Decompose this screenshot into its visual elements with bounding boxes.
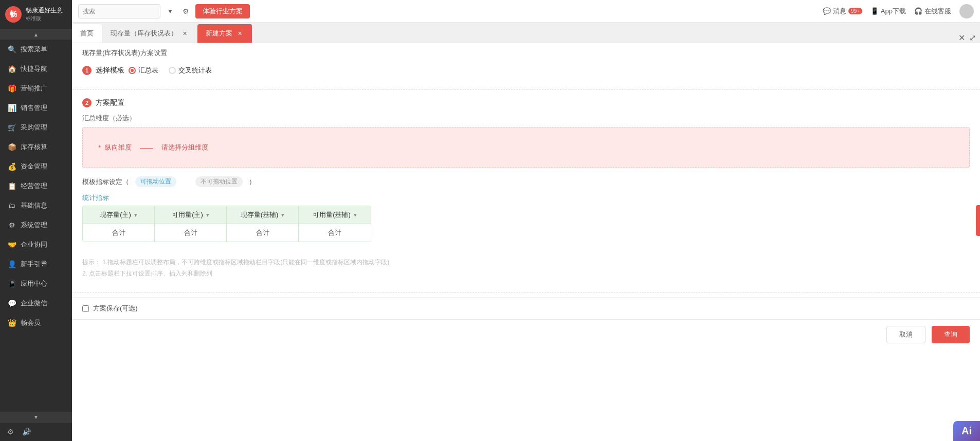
- sidebar-item-marketing[interactable]: 🎁 营销推广: [0, 79, 72, 98]
- stats-table: 现存量(主) ▾ 可用量(主) ▾ 现存量(基辅) ▾ 可用量(基辅): [82, 206, 371, 242]
- col0-chevron-icon[interactable]: ▾: [134, 212, 137, 218]
- sidebar-item-purchase[interactable]: 🛒 采购管理: [0, 118, 72, 137]
- stats-col-1[interactable]: 可用量(主) ▾: [155, 206, 227, 224]
- industry-btn[interactable]: 体验行业方案: [195, 4, 250, 19]
- sidebar-item-label: 企业微信: [21, 299, 47, 308]
- sidebar-item-enterprise-wechat[interactable]: 💬 企业微信: [0, 293, 72, 313]
- stats-col-0-label: 现存量(主): [100, 210, 131, 219]
- non-draggable-chip: 不可拖动位置: [195, 176, 243, 187]
- dimension-area[interactable]: * 纵向维度 —— 请选择分组维度: [82, 127, 970, 168]
- tab-inventory-label: 现存量（库存状况表）: [111, 29, 177, 38]
- sidebar-item-basic-info[interactable]: 🗂 基础信息: [0, 196, 72, 215]
- sidebar-item-inventory[interactable]: 📦 库存核算: [0, 137, 72, 157]
- sidebar-item-search[interactable]: 🔍 搜索菜单: [0, 40, 72, 59]
- gift-icon: 🎁: [7, 84, 16, 93]
- col1-chevron-icon[interactable]: ▾: [206, 212, 209, 218]
- dropdown-icon[interactable]: ▼: [165, 6, 176, 17]
- step2-section: 2 方案配置 汇总维度（必选） * 纵向维度 —— 请选择分组维度 模板指标设定…: [72, 94, 980, 288]
- topbar: ▼ ⚙ 体验行业方案 💬 消息 99+ 📱 App下载 🎧 在线客服: [72, 0, 980, 23]
- sidebar-item-quick-nav[interactable]: 🏠 快捷导航: [0, 59, 72, 79]
- app-download-label: App下载: [881, 7, 906, 16]
- sidebar-scroll-up[interactable]: ▲: [0, 29, 72, 40]
- stats-col-2-label: 现存量(基辅): [241, 210, 279, 219]
- online-support-btn[interactable]: 🎧 在线客服: [914, 7, 951, 16]
- divider2: [72, 292, 980, 293]
- search-input[interactable]: [78, 4, 160, 19]
- stats-col-2[interactable]: 现存量(基辅) ▾: [227, 206, 299, 224]
- query-button[interactable]: 查询: [932, 326, 970, 343]
- messages-btn[interactable]: 💬 消息 99+: [823, 7, 862, 16]
- sidebar-item-label: 畅会员: [21, 318, 41, 327]
- tab-new-plan[interactable]: 新建方案 ✕: [197, 24, 252, 43]
- cancel-button[interactable]: 取消: [886, 326, 925, 343]
- indicator-settings-label: 模板指标设定（: [82, 177, 129, 187]
- app-download-btn[interactable]: 📱 App下载: [870, 7, 906, 16]
- sidebar-item-new-user[interactable]: 👤 新手引导: [0, 254, 72, 274]
- sidebar-scroll-down[interactable]: ▼: [0, 412, 72, 422]
- stats-section: 统计指标 现存量(主) ▾ 可用量(主) ▾ 现存量(基辅): [82, 193, 970, 244]
- template-radio-group: 汇总表 交叉统计表: [129, 66, 212, 75]
- indicator-settings-suffix: [183, 177, 189, 187]
- close-window-icon[interactable]: ✕: [958, 33, 965, 43]
- mobile-icon: 📱: [7, 279, 16, 288]
- stats-section-label: 统计指标: [82, 193, 970, 203]
- app-edition: 标准版: [26, 15, 63, 22]
- sidebar-item-label: 应用中心: [21, 279, 47, 288]
- clipboard-icon: 📋: [7, 181, 16, 191]
- sidebar-item-label: 快捷导航: [21, 64, 47, 74]
- col3-chevron-icon[interactable]: ▾: [354, 212, 357, 218]
- sidebar-item-membership[interactable]: 👑 畅会员: [0, 313, 72, 333]
- sidebar-item-enterprise[interactable]: 🤝 企业协同: [0, 235, 72, 254]
- ai-badge[interactable]: Ai: [953, 421, 980, 441]
- sidebar-item-label: 搜索菜单: [21, 45, 47, 54]
- settings-icon[interactable]: ⚙: [7, 428, 14, 436]
- vertical-dim-label: 纵向维度: [105, 143, 132, 152]
- chart-icon: 📊: [7, 103, 16, 113]
- step2-title: 方案配置: [96, 98, 124, 107]
- step1-header: 1 选择模板 汇总表 交叉统计表: [82, 66, 970, 75]
- tab-new-plan-close-icon[interactable]: ✕: [235, 29, 244, 38]
- expand-window-icon[interactable]: ⤢: [969, 33, 976, 43]
- tab-inventory-close-icon[interactable]: ✕: [180, 29, 189, 38]
- tab-inventory-status[interactable]: 现存量（库存状况表） ✕: [102, 24, 197, 43]
- stats-table-header: 现存量(主) ▾ 可用量(主) ▾ 现存量(基辅) ▾ 可用量(基辅): [83, 206, 371, 224]
- user-avatar[interactable]: [959, 4, 974, 19]
- tips-area: 提示： 1.拖动标题栏可以调整布局，不可跨维度或指标区域拖动栏目字段(只能在同一…: [82, 252, 970, 284]
- step2-badge: 2: [82, 98, 92, 107]
- phone-icon: 📱: [870, 7, 879, 15]
- col2-chevron-icon[interactable]: ▾: [281, 212, 284, 218]
- sidebar-item-operations[interactable]: 📋 经营管理: [0, 176, 72, 196]
- sidebar-item-label: 企业协同: [21, 240, 47, 249]
- stats-col-3[interactable]: 可用量(基辅) ▾: [299, 206, 371, 224]
- stats-col-0[interactable]: 现存量(主) ▾: [83, 206, 155, 224]
- draggable-chip: 可拖动位置: [135, 176, 176, 187]
- step2-header: 2 方案配置: [82, 98, 970, 107]
- sidebar-item-label: 经营管理: [21, 181, 47, 191]
- tab-home-label: 首页: [80, 29, 94, 38]
- step1-section: 1 选择模板 汇总表 交叉统计表: [72, 62, 980, 85]
- messages-label: 消息: [833, 7, 846, 16]
- save-option: 方案保存(可选): [72, 297, 980, 319]
- radio-summary[interactable]: 汇总表: [129, 66, 158, 75]
- sidebar-item-finance[interactable]: 💰 资金管理: [0, 157, 72, 176]
- sidebar-item-sales[interactable]: 📊 销售管理: [0, 98, 72, 118]
- topbar-gear-icon[interactable]: ⚙: [180, 6, 191, 17]
- sidebar-footer: ⚙ 🔊: [0, 422, 72, 441]
- sidebar-logo: 畅 畅康通好生意 标准版: [0, 0, 72, 29]
- tabs-bar: 首页 现存量（库存状况表） ✕ 新建方案 ✕ ✕ ⤢: [72, 23, 980, 43]
- radio-cross[interactable]: 交叉统计表: [169, 66, 212, 75]
- logo-icon: 畅: [5, 6, 22, 23]
- sound-icon[interactable]: 🔊: [22, 428, 31, 436]
- box-icon: 📦: [7, 142, 16, 152]
- stats-cell-1: 合计: [155, 224, 227, 242]
- stats-col-1-label: 可用量(主): [172, 210, 203, 219]
- stats-cell-2: 合计: [227, 224, 299, 242]
- sidebar-item-system[interactable]: ⚙ 系统管理: [0, 215, 72, 235]
- sidebar-item-app-center[interactable]: 📱 应用中心: [0, 274, 72, 293]
- footer-actions: 取消 查询: [72, 319, 980, 350]
- save-checkbox[interactable]: [82, 305, 89, 312]
- tab-home[interactable]: 首页: [72, 24, 102, 43]
- stats-table-row: 合计 合计 合计 合计: [83, 224, 371, 242]
- radio-cross-circle: [169, 67, 176, 74]
- indicator-settings-close: ）: [249, 177, 256, 187]
